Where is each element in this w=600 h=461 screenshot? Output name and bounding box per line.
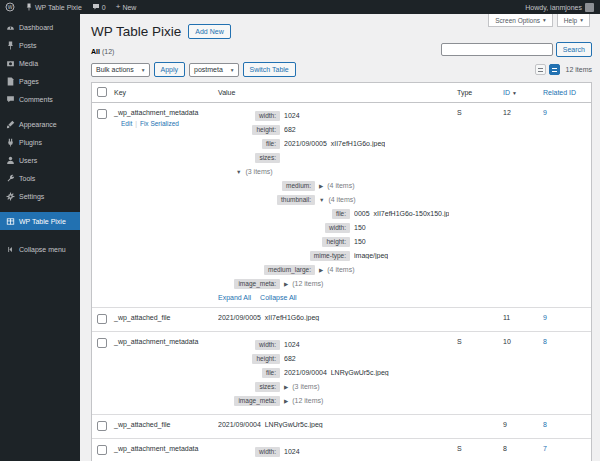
toggle-arrow-icon[interactable]: ▶: [319, 267, 323, 273]
apply-button[interactable]: Apply: [154, 62, 186, 77]
table-icon: [6, 217, 15, 226]
value-entry: image_meta:▶(12 items): [218, 277, 449, 290]
meta-field-pill: file:: [332, 209, 350, 219]
meta-field-value: 150: [354, 238, 366, 245]
type-cell: [453, 415, 499, 439]
type-cell: S: [453, 332, 499, 415]
column-header-related-id[interactable]: Related ID: [543, 89, 576, 96]
sidebar-item-tools[interactable]: Tools: [0, 169, 80, 187]
column-header-value: Value: [214, 83, 453, 103]
meta-key: _wp_attached_file: [114, 314, 170, 321]
search-button[interactable]: Search: [556, 42, 592, 57]
sidebar-item-wp-table-pixie[interactable]: WP Table Pixie: [0, 212, 80, 230]
add-new-button[interactable]: Add New: [188, 24, 230, 39]
wordpress-admin: W WP Table Pixie 0 + New Howdy, ianmjone…: [0, 0, 600, 461]
wp-logo-menu[interactable]: W: [0, 0, 20, 14]
value-entry: width:1024: [218, 109, 449, 122]
toggle-arrow-icon[interactable]: ▶: [319, 183, 323, 189]
row-checkbox[interactable]: [97, 421, 107, 431]
sidebar-item-posts[interactable]: Posts: [0, 36, 80, 54]
collapse-all-link[interactable]: Collapse All: [260, 294, 297, 301]
value-entry: ▼(3 items): [218, 165, 449, 178]
fix-serialized-link[interactable]: Fix Serialized: [140, 120, 179, 127]
row-checkbox[interactable]: [97, 338, 107, 348]
rich-view-toggle[interactable]: [549, 64, 560, 75]
value-entry: image_meta:▶(12 items): [218, 394, 449, 407]
row-actions: Edit | Fix Serialized: [114, 120, 210, 127]
sidebar-item-users[interactable]: Users: [0, 151, 80, 169]
row-checkbox[interactable]: [97, 445, 107, 455]
list-view-toggle[interactable]: [535, 64, 546, 75]
row-checkbox[interactable]: [97, 109, 107, 119]
screen-options-button[interactable]: Screen Options ▾: [488, 14, 553, 27]
meta-field-value: 1024: [284, 341, 300, 348]
meta-field-value: 2021/09/0004_LNRyGwUr5c.jpeg: [284, 369, 389, 376]
site-name-menu[interactable]: WP Table Pixie: [20, 0, 87, 14]
id-cell: 11: [499, 308, 539, 332]
meta-key: _wp_attachment_metadata: [114, 109, 198, 116]
column-header-id[interactable]: ID: [503, 89, 510, 96]
sort-desc-icon: ▼: [512, 90, 517, 96]
filter-all-link[interactable]: All: [91, 48, 100, 55]
comment-count: 0: [102, 4, 106, 11]
chevron-down-icon: ▾: [231, 67, 234, 73]
plugin-icon: [6, 138, 15, 147]
sidebar-item-dashboard[interactable]: Dashboard: [0, 18, 80, 36]
views-filter: All (12): [91, 48, 114, 57]
toggle-arrow-icon[interactable]: ▶: [284, 398, 288, 404]
page-icon: [6, 77, 15, 86]
toggle-arrow-icon[interactable]: ▶: [284, 281, 288, 287]
table-select[interactable]: postmeta ▾: [189, 63, 239, 77]
toggle-arrow-icon[interactable]: ▼: [236, 169, 241, 175]
select-all-checkbox[interactable]: [97, 87, 107, 97]
type-cell: S: [453, 103, 499, 308]
meta-field-pill: width:: [255, 340, 280, 350]
meta-field-pill: height:: [252, 125, 280, 135]
switch-table-button[interactable]: Switch Table: [243, 62, 296, 77]
table-row: _wp_attached_file 2021/09/0005_xII7efH1G…: [92, 308, 591, 332]
value-entry: height:682: [218, 352, 449, 365]
meta-field-pill: image_meta:: [234, 396, 280, 406]
bulk-actions-select[interactable]: Bulk actions ▾: [91, 63, 150, 77]
row-checkbox[interactable]: [97, 314, 107, 324]
toggle-arrow-icon[interactable]: ▼: [319, 197, 324, 203]
user-icon: [6, 156, 15, 165]
related-id-link[interactable]: 7: [543, 445, 547, 452]
howdy-menu[interactable]: Howdy, ianmjones: [525, 4, 582, 11]
related-id-link[interactable]: 8: [543, 338, 547, 345]
edit-link[interactable]: Edit: [121, 120, 132, 127]
brush-icon: [6, 120, 15, 129]
svg-text:W: W: [8, 4, 13, 10]
expand-all-link[interactable]: Expand All: [218, 294, 251, 301]
sidebar-item-settings[interactable]: Settings: [0, 187, 80, 205]
meta-field-pill: height:: [322, 237, 350, 247]
meta-field-pill: width:: [325, 223, 350, 233]
collapse-menu-button[interactable]: Collapse menu: [0, 240, 80, 258]
wordpress-logo-icon: W: [5, 2, 15, 12]
meta-value: 2021/09/0005_xII7efH1G6o.jpeg: [218, 314, 449, 321]
related-id-link[interactable]: 9: [543, 314, 547, 321]
meta-field-pill: sizes:: [255, 153, 280, 163]
meta-field-value: 2021/09/0005_xII7efH1G6o.jpeg: [284, 140, 385, 147]
collapse-arrow-icon: [6, 245, 15, 254]
value-entry: medium_large:▶(4 items): [218, 263, 449, 276]
meta-key: _wp_attachment_metadata: [114, 445, 198, 452]
sidebar-item-appearance[interactable]: Appearance: [0, 115, 80, 133]
sidebar-item-pages[interactable]: Pages: [0, 72, 80, 90]
list-controls: All (12) Search: [80, 39, 600, 57]
related-id-link[interactable]: 9: [543, 109, 547, 116]
toggle-arrow-icon[interactable]: ▶: [284, 384, 288, 390]
new-content-menu[interactable]: + New: [111, 0, 142, 14]
sidebar-item-plugins[interactable]: Plugins: [0, 133, 80, 151]
value-entry: height:682: [218, 123, 449, 136]
meta-field-pill: file:: [262, 368, 280, 378]
comments-icon: [6, 95, 15, 104]
site-pin-icon: [25, 3, 33, 11]
search-input[interactable]: [441, 43, 553, 56]
sidebar-item-comments[interactable]: Comments: [0, 90, 80, 108]
related-id-link[interactable]: 8: [543, 421, 547, 428]
comments-menu[interactable]: 0: [87, 0, 111, 14]
help-button[interactable]: Help ▾: [557, 14, 590, 27]
sidebar-item-media[interactable]: Media: [0, 54, 80, 72]
table-row: _wp_attachment_metadata width:1024 heigh…: [92, 332, 591, 415]
